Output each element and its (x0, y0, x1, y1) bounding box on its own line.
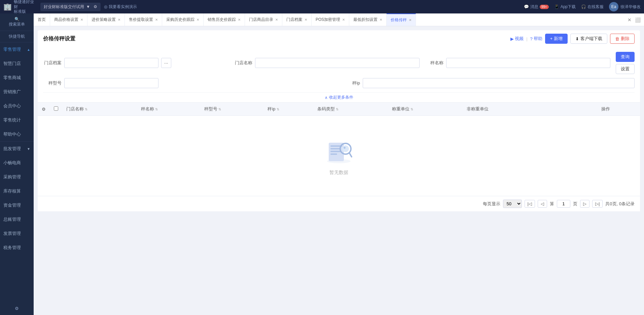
sidebar-item-wholesale-mgmt[interactable]: 批发管理 ▼ (0, 142, 34, 156)
svg-rect-3 (330, 148, 340, 149)
page-content: 价格传秤设置 ▶ 视频 | ? 帮助 + 新增 ⬇ (34, 26, 644, 315)
scale-ip-input[interactable] (363, 78, 635, 88)
tab-sale-extract[interactable]: 售价提取设置 ✕ (125, 13, 162, 26)
version-label: 好业财标准版交付试用 (44, 4, 84, 10)
online-service-action[interactable]: 🎧 在线客服 (581, 4, 604, 10)
tab-close-icon[interactable]: ✕ (409, 18, 412, 22)
query-button[interactable]: 查询 (616, 52, 635, 62)
th-scale-ip[interactable]: 秤ip ⇅ (263, 103, 313, 116)
top-header: 🏢 畅捷通好业财 标准版 好业财标准版交付试用 ▼ ⚙ ◎ 我要看实例演示 💬 … (0, 0, 644, 13)
marketing-label: 营销推广 (3, 89, 21, 95)
sidebar-item-retail-mgmt[interactable]: 零售管理 ▲ (0, 42, 34, 57)
th-checkbox[interactable] (50, 103, 62, 116)
search-menu-btn[interactable]: 🔍 搜索菜单 (0, 13, 34, 31)
store-profile-input[interactable] (64, 58, 158, 68)
app-download-action[interactable]: 📱 App下载 (554, 4, 576, 10)
tab-close-icon[interactable]: ✕ (80, 18, 83, 22)
tab-home[interactable]: 首页 (34, 13, 50, 26)
sidebar-item-finance[interactable]: 资金管理 (0, 198, 34, 212)
tab-close-icon[interactable]: ✕ (118, 18, 120, 22)
tab-close-icon[interactable]: ✕ (275, 18, 278, 22)
sidebar-item-marketing[interactable]: 营销推广 (0, 85, 34, 99)
tab-pos-mgmt[interactable]: POS加密管理 ✕ (312, 13, 349, 26)
tab-close-icon[interactable]: ✕ (342, 18, 345, 22)
empty-illustration (319, 136, 359, 170)
sidebar-item-retail-stats[interactable]: 零售统计 (0, 113, 34, 127)
store-name-input[interactable] (255, 58, 419, 68)
tab-store-profile[interactable]: 门店档案 ✕ (282, 13, 312, 26)
collapse-bar[interactable]: ∧ 收起更多条件 (43, 92, 635, 102)
th-store-name[interactable]: 门店名称 ⇅ (62, 103, 137, 116)
app-download-label: App下载 (561, 4, 576, 10)
scale-name-label: 秤名称 (425, 60, 443, 66)
store-profile-ellipsis-btn[interactable]: ··· (161, 58, 171, 68)
tab-close-icon[interactable]: ✕ (380, 18, 382, 22)
sidebar-item-smart-store[interactable]: 智慧门店 (0, 57, 34, 71)
version-settings-icon[interactable]: ⚙ (94, 4, 97, 9)
th-barcode-type[interactable]: 条码类型 ⇅ (313, 103, 388, 116)
tab-sale-extract-label: 售价提取设置 (129, 17, 153, 23)
scale-name-input[interactable] (446, 58, 610, 68)
tab-store-catalog[interactable]: 门店商品目录 ✕ (245, 13, 282, 26)
tab-min-discount[interactable]: 最低折扣设置 ✕ (349, 13, 387, 26)
sidebar-item-xiao-chang[interactable]: 小畅电商 (0, 156, 34, 170)
th-weight-unit[interactable]: 称重单位 ⇅ (388, 103, 463, 116)
add-button[interactable]: + 新增 (545, 34, 568, 44)
tab-sales-history[interactable]: 销售历史价跟踪 ✕ (204, 13, 245, 26)
scale-model-input[interactable] (64, 78, 158, 88)
retail-mall-label: 零售商城 (3, 75, 21, 81)
th-store-name-label: 门店名称 (66, 106, 84, 112)
scale-name-field: 秤名称 (425, 58, 610, 68)
message-action[interactable]: 💬 消息 99+ (524, 4, 549, 10)
tab-close-icon[interactable]: ✕ (196, 18, 199, 22)
tab-close-icon[interactable]: ✕ (305, 18, 307, 22)
sidebar-item-help-center[interactable]: 帮助中心 (0, 127, 34, 141)
settings-button[interactable]: 设置 (616, 64, 635, 74)
sidebar-item-retail-mall[interactable]: 零售商城 (0, 71, 34, 85)
tab-close-icon[interactable]: ✕ (238, 18, 241, 22)
add-label: + 新增 (550, 36, 563, 42)
sidebar-item-member-center[interactable]: 会员中心 (0, 99, 34, 113)
sidebar-settings-btn[interactable]: ⚙ (0, 302, 34, 315)
sidebar-item-general-ledger[interactable]: 总账管理 (0, 212, 34, 226)
sidebar-item-inventory[interactable]: 库存核算 (0, 184, 34, 198)
current-page-input[interactable] (557, 200, 570, 208)
tab-expand-btn[interactable]: ⬜ (634, 16, 642, 24)
table-header-row: ⚙ 门店名称 ⇅ (38, 103, 640, 116)
demo-link[interactable]: ◎ 我要看实例演示 (104, 4, 137, 10)
tab-price-scale[interactable]: 价格传秤 ✕ (387, 13, 416, 26)
download-button[interactable]: ⬇ 客户端下载 (570, 34, 607, 44)
th-non-weight-unit[interactable]: 非称重单位 (463, 103, 597, 116)
smart-store-label: 智慧门店 (3, 61, 21, 67)
collapse-up-icon: ∧ (325, 95, 328, 100)
prev-page-btn[interactable]: ◁ (538, 200, 547, 208)
member-center-label: 会员中心 (3, 103, 21, 109)
delete-button[interactable]: 🗑 删除 (610, 34, 635, 44)
tab-bar: 首页 商品价格设置 ✕ 进价策略设置 ✕ 售价提取设置 ✕ 采购历史价跟踪 ✕ … (34, 13, 644, 26)
last-page-btn[interactable]: ▷| (592, 200, 603, 208)
version-selector[interactable]: 好业财标准版交付试用 ▼ ⚙ (40, 3, 101, 11)
sidebar-item-tax-mgmt[interactable]: 税务管理 (0, 241, 34, 255)
th-weight-unit-label: 称重单位 (392, 106, 409, 112)
tab-close-btn[interactable]: ✕ (626, 16, 633, 24)
select-all-checkbox[interactable] (54, 106, 58, 111)
video-link[interactable]: ▶ 视频 (510, 36, 524, 42)
th-scale-name[interactable]: 秤名称 ⇅ (137, 103, 200, 116)
empty-text: 暂无数据 (329, 170, 348, 176)
tab-close-icon[interactable]: ✕ (155, 18, 158, 22)
tab-price-settings[interactable]: 商品价格设置 ✕ (50, 13, 87, 26)
quick-nav-btn[interactable]: 快捷导航 (0, 31, 34, 42)
th-scale-model[interactable]: 秤型号 ⇅ (200, 103, 263, 116)
page-size-select[interactable]: 10 20 50 100 (503, 200, 522, 208)
th-settings[interactable]: ⚙ (38, 103, 50, 116)
user-area[interactable]: Ea 徐泽华修改 (609, 2, 641, 11)
sidebar-item-purchase-mgmt[interactable]: 采购管理 (0, 170, 34, 184)
tab-purchase-history[interactable]: 采购历史价跟踪 ✕ (162, 13, 204, 26)
next-page-btn[interactable]: ▷ (580, 200, 589, 208)
online-service-label: 在线客服 (587, 4, 604, 10)
first-page-btn[interactable]: |◁ (525, 200, 535, 208)
sidebar-item-invoice-mgmt[interactable]: 发票管理 (0, 226, 34, 241)
tab-purchase-strategy[interactable]: 进价策略设置 ✕ (87, 13, 125, 26)
help-link[interactable]: ? 帮助 (530, 36, 542, 42)
delete-icon: 🗑 (615, 36, 619, 41)
